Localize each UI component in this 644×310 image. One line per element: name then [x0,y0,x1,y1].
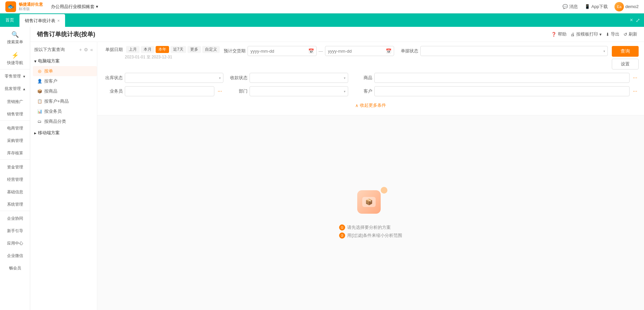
sidebar-item-retail[interactable]: 零售管理 ▾ [0,70,30,83]
date-btn-last-month[interactable]: 上月 [126,46,140,53]
date-btn-this-year[interactable]: 本年 [156,46,169,53]
refresh-icon: ↺ [624,32,627,37]
export-btn[interactable]: ⬇ 导出 [606,31,620,37]
message-action[interactable]: 💬 消息 [562,4,578,10]
sidebar-item-enterprise[interactable]: 企业协同 [0,212,30,224]
date-btn-this-month[interactable]: 本月 [141,46,154,53]
customer-label: 客户 [352,88,372,94]
tab-bar-maximize-icon[interactable]: ⤢ [636,17,640,23]
sidebar-item-ewechat[interactable]: 企业微信 [0,249,30,261]
receive-status-select[interactable] [250,73,348,83]
date-btn-more[interactable]: 更多 [187,46,201,53]
date-separator: — [319,49,323,54]
tab-bar-close-icon[interactable]: × [630,17,633,23]
ship-status-label: 出库状态 [103,75,123,81]
app-logo: 🐟 [5,1,16,12]
scheme-item-by-salesman[interactable]: 📊 按业务员 [33,106,97,116]
refresh-btn[interactable]: ↺ 刷新 [624,31,637,37]
dept-label: 部门 [227,88,248,94]
help-icon: ❓ [551,32,556,37]
query-button[interactable]: 查询 [612,46,639,57]
sidebar-item-ops[interactable]: 经营管理 [0,173,30,185]
sidebar-item-member[interactable]: 畅会员 [0,261,30,274]
sidebar-item-quick-nav[interactable]: ⚡ 快捷导航 [0,48,30,68]
by-customer-label: 按客户 [44,78,57,84]
status-select[interactable] [420,46,608,56]
export-label: 导出 [611,31,620,37]
scheme-collapse-icon[interactable]: « [90,47,93,52]
collapse-arrow-icon: ∧ [355,103,359,108]
sidebar-item-purchase[interactable]: 采购管理 [0,134,30,146]
sidebar-item-finance[interactable]: 资金管理 [0,160,30,173]
app-name: 畅捷通好生意 [19,2,43,7]
template-print-arrow: ▾ [599,32,602,37]
by-customer-icon: 👤 [37,79,42,84]
scheme-group-pc: ▾ 电脑端方案 ◎ 按单 👤 按客户 📦 [30,56,97,126]
goods-ellipsis-icon[interactable]: ··· [632,75,639,81]
scheme-item-by-customer[interactable]: 👤 按客户 [33,76,97,86]
settings-button[interactable]: 设置 [612,59,639,69]
query-btn-area: 查询 设置 [612,46,639,69]
sidebar-item-basic[interactable]: 基础信息 [0,185,30,198]
industry-label: 办公用品行业模拟账套 [51,4,95,10]
top-header: 🐟 畅捷通好生意 标准版 办公用品行业模拟账套 ▾ 💬 消息 📱 App下载 E… [0,0,644,13]
header-left: 🐟 畅捷通好生意 标准版 办公用品行业模拟账套 ▾ [5,1,98,12]
by-order-icon: ◎ [37,68,42,74]
app-download-action[interactable]: 📱 App下载 [585,4,608,10]
finance-label: 资金管理 [7,164,23,170]
tab-sales-stats[interactable]: 销售订单统计表 × [19,14,65,28]
dept-select[interactable] [250,86,348,96]
scheme-group-pc-title[interactable]: ▾ 电脑端方案 [30,56,97,66]
customer-input[interactable] [374,86,630,96]
sidebar-item-sys[interactable]: 系统管理 [0,198,30,210]
status-select-wrap: ▾ [420,46,608,56]
industry-selector[interactable]: 办公用品行业模拟账套 ▾ [51,4,98,10]
sidebar-item-marketing[interactable]: 营销推广 [0,95,30,107]
sidebar-item-ecom[interactable]: 电商管理 [0,121,30,134]
template-print-icon: 🖨 [571,32,575,37]
goods-input[interactable] [374,73,630,83]
ship-status-select[interactable] [125,73,223,83]
template-print-btn[interactable]: 🖨 按模板打印 ▾ [571,31,602,37]
customer-ellipsis-icon[interactable]: ··· [632,88,639,94]
by-goods-cat-label: 按商品分类 [44,118,66,124]
scheme-group-mobile: ▸ 移动端方案 [30,128,97,138]
sidebar-item-sales[interactable]: 销售管理 [0,107,30,120]
sidebar-item-search-menu[interactable]: 🔍 搜索菜单 [0,27,30,48]
sidebar-item-wholesale[interactable]: 批发管理 ▴ [0,83,30,95]
collapse-row[interactable]: ∧ 收起更多条件 [103,100,639,111]
tab-home[interactable]: 首页 [0,13,19,27]
by-cust-goods-icon: 📋 [37,99,42,104]
scheme-item-by-cust-goods[interactable]: 📋 按客户+商品 [33,96,97,106]
forecast-date-start[interactable] [248,46,317,56]
sidebar-item-newguide[interactable]: 新手引导 [0,224,30,237]
wholesale-label: 批发管理 [5,86,21,92]
scheme-item-by-goods[interactable]: 📦 按商品 [33,86,97,96]
message-label: 消息 [569,4,578,10]
sidebar-item-appcenter[interactable]: 应用中心 [0,237,30,249]
avatar: Ea [614,2,624,11]
forecast-date-end-calendar-icon[interactable]: 📅 [386,48,391,54]
user-action[interactable]: Ea demo2 [614,2,639,11]
help-label: 帮助 [558,31,567,37]
forecast-date-start-calendar-icon[interactable]: 📅 [308,48,314,54]
scheme-item-by-order[interactable]: ◎ 按单 [33,66,97,76]
wholesale-arrow-icon: ▴ [23,87,25,91]
filter-row-3: 业务员 ··· 部门 ▾ [103,86,639,96]
scheme-group-mobile-title[interactable]: ▸ 移动端方案 [30,128,97,138]
help-btn[interactable]: ❓ 帮助 [551,31,567,37]
scheme-gear-icon[interactable]: ⚙ [84,47,88,52]
quick-nav-icon: ⚡ [11,52,19,59]
sidebar-item-stock[interactable]: 库存核算 [0,146,30,159]
scheme-add-icon[interactable]: + [79,47,82,52]
tip-1-label: 请先选择要分析的方案 [347,224,391,230]
salesman-input[interactable] [125,86,214,96]
scheme-item-by-goods-cat[interactable]: 🗂 按商品分类 [33,116,97,126]
date-btn-7days[interactable]: 近7天 [170,46,186,53]
date-btn-custom[interactable]: 自定义 [202,46,220,53]
forecast-date-end[interactable] [325,46,394,56]
header-right: 💬 消息 📱 App下载 Ea demo2 [562,2,639,11]
status-label: 单据状态 [398,48,418,54]
salesman-ellipsis-icon[interactable]: ··· [216,88,223,94]
tab-close-icon[interactable]: × [57,18,60,23]
